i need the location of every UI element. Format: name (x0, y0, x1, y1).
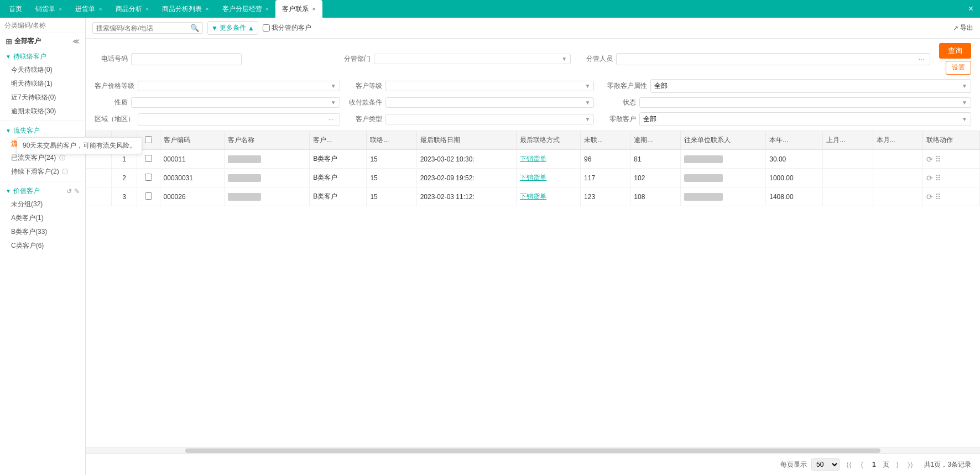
main-search-icon[interactable]: 🔍 (190, 24, 199, 32)
row-last-month-cell (823, 187, 873, 206)
pagination-last-btn[interactable]: ⟩⟩ (905, 460, 915, 470)
row-checkbox[interactable] (145, 174, 152, 181)
col-header-type[interactable]: 客户... (310, 131, 367, 150)
tab-product-analysis-close[interactable]: × (145, 6, 149, 12)
sidebar-item-a-customers[interactable]: A类客户(1) (0, 211, 85, 225)
tab-sales[interactable]: 销货单 × (29, 0, 69, 18)
customer-grade-select[interactable]: ▼ (385, 81, 595, 91)
sidebar-search-input[interactable] (4, 22, 86, 29)
row-last-way-cell[interactable]: 下销货单 (517, 169, 581, 187)
action-link-icon[interactable]: ⟳ (926, 174, 933, 182)
sidebar-item-tomorrow-contact[interactable]: 明天待联络(1) (0, 77, 85, 91)
sidebar-item-declining[interactable]: 持续下滑客户(2) ⓘ (0, 165, 85, 179)
sidebar-item-b-customers[interactable]: B类客户(33) (0, 225, 85, 239)
row-settings-cell (86, 187, 111, 206)
tab-customer-link-close[interactable]: × (312, 6, 315, 12)
col-header-unlinked[interactable]: 未联... (581, 131, 630, 150)
col-header-this-year[interactable]: 本年... (766, 131, 823, 150)
region-select[interactable]: ··· (138, 113, 340, 126)
more-conditions-button[interactable]: ▼ 更多条件 ▲ (207, 21, 258, 35)
tab-product-analysis-list-close[interactable]: × (205, 6, 208, 12)
phone-input[interactable] (131, 53, 242, 65)
col-header-last-month[interactable]: 上月... (823, 131, 873, 150)
row-this-year-cell: 1408.00 (766, 187, 823, 206)
dept-select[interactable]: ▼ (374, 54, 571, 64)
person-select[interactable]: ··· (616, 53, 930, 65)
last-way-link[interactable]: 下销货单 (520, 174, 546, 181)
person-label: 分管人员 (580, 54, 613, 64)
col-header-code[interactable]: 客户编码 (160, 131, 224, 150)
row-checkbox-cell[interactable] (137, 169, 160, 187)
status-select[interactable]: ▼ (639, 97, 971, 108)
retail-customer-select[interactable]: 全部 ▼ (639, 112, 971, 126)
horizontal-scrollbar[interactable] (86, 447, 980, 453)
settings-button[interactable]: 设置 (946, 61, 971, 75)
filter-actions: 查询 设置 (939, 43, 971, 75)
more-dots-region[interactable]: ··· (326, 116, 336, 123)
action-more-icon[interactable]: ⠿ (935, 155, 941, 164)
tab-home[interactable]: 首页 (2, 0, 29, 18)
customer-type-select[interactable]: ▼ (385, 114, 595, 124)
col-header-overdue[interactable]: 逾期... (630, 131, 680, 150)
action-more-icon[interactable]: ⠿ (935, 192, 941, 201)
window-close-button[interactable]: × (964, 4, 978, 14)
export-button[interactable]: ↗ 导出 (953, 23, 973, 33)
nature-select[interactable]: ▼ (131, 97, 340, 108)
row-last-way-cell[interactable]: 下销货单 (517, 150, 581, 169)
row-action-cell: ⟳ ⠿ (922, 150, 979, 169)
retail-attr-select[interactable]: 全部 ▼ (650, 79, 971, 93)
sidebar-group-pending-contact[interactable]: ▼ 待联络客户 (0, 49, 85, 63)
pagination-next-btn[interactable]: ⟩ (894, 460, 901, 470)
tab-customer-segment-close[interactable]: × (265, 6, 269, 12)
my-customers-checkbox[interactable] (263, 24, 270, 32)
row-checkbox[interactable] (145, 155, 152, 162)
sidebar-item-c-customers[interactable]: C类客户(6) (0, 239, 85, 253)
filter-row-3: 性质 ▼ 收付款条件 ▼ 状态 ▼ (95, 97, 971, 108)
payment-select[interactable]: ▼ (385, 97, 595, 108)
col-header-this-month[interactable]: 本月... (873, 131, 922, 150)
edit-icon[interactable]: ✎ (74, 187, 80, 195)
last-way-link[interactable]: 下销货单 (520, 192, 546, 200)
sidebar-item-overdue-contact[interactable]: 逾期未联络(30) (0, 105, 85, 118)
tab-customer-segment[interactable]: 客户分层经营 × (216, 0, 275, 18)
col-header-last-way[interactable]: 最后联络方式 (517, 131, 581, 150)
tab-product-analysis-list[interactable]: 商品分析列表 × (155, 0, 215, 18)
pagination-prev-btn[interactable]: ⟨ (858, 460, 866, 470)
query-button[interactable]: 查询 (939, 43, 971, 59)
select-all-checkbox[interactable] (145, 136, 152, 143)
row-this-month-cell (873, 150, 922, 169)
row-checkbox-cell[interactable] (137, 187, 160, 206)
last-way-link[interactable]: 下销货单 (520, 155, 546, 163)
sidebar-group-lost[interactable]: ▼ 流失客户 (0, 123, 85, 137)
sidebar-group-value[interactable]: ▼ 价值客户 ↺ ✎ (0, 184, 85, 197)
action-more-icon[interactable]: ⠿ (935, 174, 941, 182)
tab-bar: 首页 销货单 × 进货单 × 商品分析 × 商品分析列表 × 客户分层经营 × … (0, 0, 980, 18)
col-header-company-contact[interactable]: 往来单位联系人 (680, 131, 766, 150)
refresh-icon[interactable]: ↺ (66, 187, 72, 195)
tab-sales-close[interactable]: × (59, 6, 62, 12)
sidebar-all-customers[interactable]: ⊞ 全部客户 ≪ (0, 33, 85, 49)
tab-purchase[interactable]: 进货单 × (69, 0, 108, 18)
loss-warning-tooltip: 90天未交易的客户，可能有流失风险。 (17, 137, 142, 154)
pagination-first-btn[interactable]: ⟨⟨ (844, 460, 854, 470)
page-size-select[interactable]: 50 100 (811, 458, 840, 471)
tab-product-analysis[interactable]: 商品分析 × (109, 0, 155, 18)
sidebar-item-ungroup[interactable]: 未分组(32) (0, 197, 85, 211)
price-grade-select[interactable]: ▼ (138, 81, 340, 91)
my-customers-check-label[interactable]: 我分管的客户 (263, 23, 311, 33)
action-link-icon[interactable]: ⟳ (926, 155, 933, 164)
row-last-way-cell[interactable]: 下销货单 (517, 187, 581, 206)
tab-purchase-close[interactable]: × (98, 6, 102, 12)
tab-customer-link[interactable]: 客户联系 × (275, 0, 322, 18)
scroll-thumb[interactable] (185, 448, 880, 453)
row-no-cell: 3 (111, 187, 137, 206)
action-link-icon[interactable]: ⟳ (926, 192, 933, 201)
row-checkbox[interactable] (145, 192, 152, 200)
col-header-contact[interactable]: 联络... (367, 131, 416, 150)
main-search-input[interactable] (96, 24, 190, 32)
sidebar-item-today-contact[interactable]: 今天待联络(0) (0, 63, 85, 77)
col-header-name[interactable]: 客户名称 (224, 131, 310, 150)
col-header-last-date[interactable]: 最后联络日期 (416, 131, 516, 150)
more-dots-icon[interactable]: ··· (916, 55, 926, 63)
sidebar-item-7day-contact[interactable]: 近7天待联络(0) (0, 91, 85, 105)
